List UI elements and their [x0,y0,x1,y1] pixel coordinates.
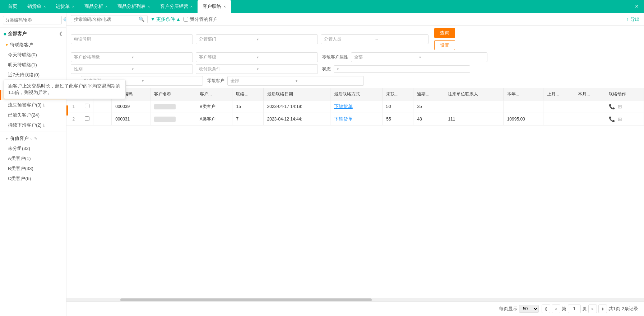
scroll-thumb[interactable] [120,298,372,301]
row2-num: 2 [66,113,81,126]
status-filter[interactable]: ▾ [334,65,470,73]
payment-filter[interactable]: 收付款条件 ▾ [196,64,318,74]
close-product-analysis-icon[interactable]: × [105,4,107,9]
row1-not-contact: 50 [383,100,413,113]
table-row: 1 000039 ████ B类客户 15 2023-04-17 14:19: … [66,100,644,113]
bottom-bar: 每页显示 50 20 100 ⟪ ＜ 第 页 ＞ ⟫ 共1页 2条记录 [66,301,644,316]
row1-note-icon[interactable]: ⊞ [618,104,622,109]
adv-filter-row2: 客户价格等级 ▾ 客户等级 ▾ 零散客户属性 全部 ▾ [71,52,640,62]
sidebar-item-c-class[interactable]: C类客户(6) [0,174,66,184]
row1-last-method[interactable]: 下销货单 [330,100,382,113]
export-button[interactable]: ↑ 导出 [627,16,640,23]
collapse-icon[interactable]: ❮ [59,31,62,36]
decline-info-icon: ℹ [43,123,45,128]
row1-checkbox[interactable] [85,104,89,108]
gender-caret: ▾ [132,67,190,71]
per-page-select[interactable]: 50 20 100 [519,305,539,313]
main-search-input[interactable] [74,17,139,22]
edit-value-group-icon[interactable]: ○ [30,136,33,141]
filter-icon: ▼ [150,16,155,22]
row1-check[interactable] [81,100,93,113]
close-sales-icon[interactable]: × [43,4,46,9]
first-page-button[interactable]: ⟪ [542,305,550,313]
my-customers-checkbox-wrap[interactable]: 我分管的客户 [184,16,218,23]
prev-page-button[interactable]: ＜ [552,305,560,313]
th-action: 联络动作 [605,88,644,100]
manager-filter[interactable]: 分管人员 ··· [321,34,428,44]
main-layout: 🔍 ■ 全部客户 ❮ ▼ 待联络客户 今天待联络(0) 明天待联络(1) 近7天… [0,13,644,316]
nav-item-home[interactable]: 首页 [3,0,22,13]
price-level-filter[interactable]: 客户价格等级 ▾ [71,52,193,62]
nav-item-customer-layered[interactable]: 客户分层经营 × [155,0,198,13]
sidebar-item-b-class[interactable]: B类客户(33) [0,164,66,174]
sidebar-item-unclassified[interactable]: 未分组(32) [0,143,66,154]
settings-value-group-icon[interactable]: ✎ [34,136,37,141]
customer-level-filter[interactable]: 客户等级 ▾ [196,52,318,62]
filter-bar: 🔍 ▼ 更多条件 ▲ 我分管的客户 ↑ 导出 [66,13,644,26]
sidebar-item-lost-alert[interactable]: 流失预警客户(3) ℹ [0,100,66,110]
row2-last-method[interactable]: 下销货单 [330,113,382,126]
gender-filter[interactable]: 性别 ▾ [71,64,193,74]
nav-item-product-list[interactable]: 商品分析列表 × [112,0,155,13]
my-customers-checkbox[interactable] [184,17,188,22]
table-header-row: ⚙ 客户编码 客户名称 客户... 联络... 最后联络日期 最后联络方式 未联… [66,88,644,100]
main-search-icon[interactable]: 🔍 [139,16,144,22]
sidebar-item-tomorrow[interactable]: 明天待联络(1) [0,60,66,70]
close-all-tabs-button[interactable]: × [635,3,638,10]
nav-item-customer-contact[interactable]: 客户联络 × [198,0,231,13]
close-product-list-icon[interactable]: × [148,4,150,9]
close-purchase-icon[interactable]: × [72,4,74,9]
customer-table: ⚙ 客户编码 客户名称 客户... 联络... 最后联络日期 最后联络方式 未联… [66,88,644,126]
page-number-input[interactable] [568,305,581,313]
value-group-header[interactable]: ▼ 价值客户 ○ ✎ [0,133,66,143]
query-button[interactable]: 查询 [434,28,455,38]
sidebar-item-lost[interactable]: 已流失客户(24) [0,110,66,120]
lost-alert-info-icon: ℹ [43,103,45,108]
last-page-button[interactable]: ⟫ [598,305,607,313]
row1-phone-icon[interactable]: 📞 [609,104,615,109]
retail-customer-filter[interactable]: 全部 ▾ [227,76,364,86]
branch-dept-filter[interactable]: 分管部门 ▾ [196,34,318,44]
advanced-filter-area: 电话号码 分管部门 ▾ 分管人员 ··· 查询 设置 [66,26,644,88]
nav-item-sales[interactable]: 销货单 × [22,0,51,13]
pagination: ⟪ ＜ 第 页 ＞ ⟫ 共1页 2条记录 [542,305,638,313]
sidebar-item-7days[interactable]: 近7天待联络(0) [0,70,66,80]
next-page-button[interactable]: ＞ [588,305,597,313]
th-customer-level: 客户... [196,88,232,100]
all-customers-header[interactable]: ■ 全部客户 ❮ [0,28,66,40]
pending-group-header[interactable]: ▼ 待联络客户 [0,40,66,50]
table-area: ⚙ 客户编码 客户名称 客户... 联络... 最后联络日期 最后联络方式 未联… [66,88,644,298]
close-customer-layered-icon[interactable]: × [190,4,193,9]
horizontal-scrollbar[interactable] [66,298,644,301]
row1-num: 1 [66,100,81,113]
adv-filter-row1: 电话号码 分管部门 ▾ 分管人员 ··· 查询 设置 [71,28,640,50]
retail-attr-caret: ▾ [419,55,484,59]
sidebar-item-today[interactable]: 今天待联络(0) [0,50,66,60]
row1-this-year [503,100,543,113]
settings-button[interactable]: 设置 [434,40,455,50]
retail-customer-wrap: 零散客户 全部 ▾ [206,76,640,86]
top-navigation: 首页 销货单 × 进货单 × 商品分析 × 商品分析列表 × 客户分层经营 × … [0,0,644,13]
more-filters-button[interactable]: ▼ 更多条件 ▲ [150,16,181,23]
sidebar-item-decline[interactable]: 持续下滑客户(2) ℹ [0,120,66,130]
payment-caret: ▾ [257,67,315,71]
phone-filter[interactable]: 电话号码 [71,34,193,44]
th-company-contact: 往来单位联系人 [444,88,503,100]
sidebar: 🔍 ■ 全部客户 ❮ ▼ 待联络客户 今天待联络(0) 明天待联络(1) 近7天… [0,13,66,316]
nav-item-purchase[interactable]: 进货单 × [51,0,79,13]
row2-note-icon[interactable]: ⊞ [618,116,622,122]
close-customer-contact-icon[interactable]: × [223,4,226,9]
nav-item-product-analysis[interactable]: 商品分析 × [79,0,112,13]
row2-checkbox[interactable] [85,116,89,121]
sidebar-item-a-class[interactable]: A类客户(1) [0,154,66,164]
export-icon: ↑ [627,16,629,22]
row1-this-month [574,100,605,113]
sidebar-search-icon[interactable]: 🔍 [63,17,66,23]
row2-phone-icon[interactable]: 📞 [609,116,615,122]
chevron-up-icon: ▲ [176,16,181,22]
row2-check[interactable] [81,113,93,126]
th-this-month: 本月... [574,88,605,100]
retail-attr-filter[interactable]: 全部 ▾ [351,52,487,62]
row2-contact: 7 [232,113,263,126]
sidebar-search-input[interactable] [3,16,62,24]
